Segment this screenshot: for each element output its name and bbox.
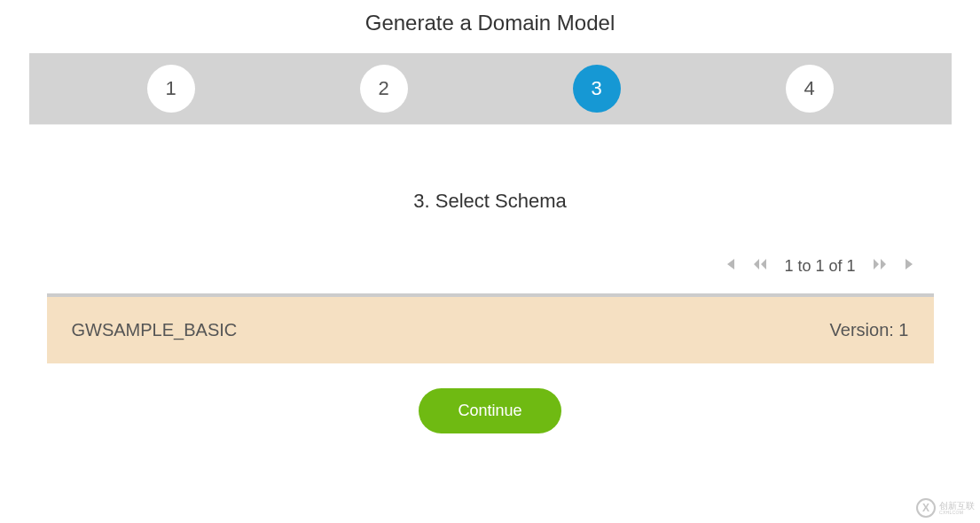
schema-version: Version: 1 [830,320,909,340]
step-4[interactable]: 4 [786,65,834,113]
schema-row[interactable]: GWSAMPLE_BASIC Version: 1 [47,293,934,363]
pager-next-icon[interactable] [872,257,888,276]
watermark: X 创新互联 CXHLCOM [916,498,975,518]
pager-prev-icon[interactable] [752,257,768,276]
step-1[interactable]: 1 [147,65,195,113]
continue-button[interactable]: Continue [419,388,561,433]
continue-wrap: Continue [29,388,952,433]
step-3[interactable]: 3 [573,65,621,113]
page-title: Generate a Domain Model [0,0,980,53]
pager-last-icon[interactable] [904,257,916,276]
wizard-container: 1 2 3 4 3. Select Schema 1 to 1 of 1 GWS… [29,53,952,433]
schema-name: GWSAMPLE_BASIC [72,320,238,340]
step-2[interactable]: 2 [360,65,408,113]
step-heading: 3. Select Schema [29,190,952,213]
pager-label: 1 to 1 of 1 [784,257,855,276]
watermark-text: 创新互联 CXHLCOM [939,502,975,515]
watermark-logo-icon: X [916,498,936,518]
pager-first-icon[interactable] [724,257,736,276]
content-area: 3. Select Schema 1 to 1 of 1 GWSAMPLE_BA… [29,124,952,433]
step-progress-bar: 1 2 3 4 [29,53,952,124]
pager: 1 to 1 of 1 [29,257,952,293]
watermark-brand: 创新互联 [939,502,975,511]
watermark-sub: CXHLCOM [939,511,975,515]
